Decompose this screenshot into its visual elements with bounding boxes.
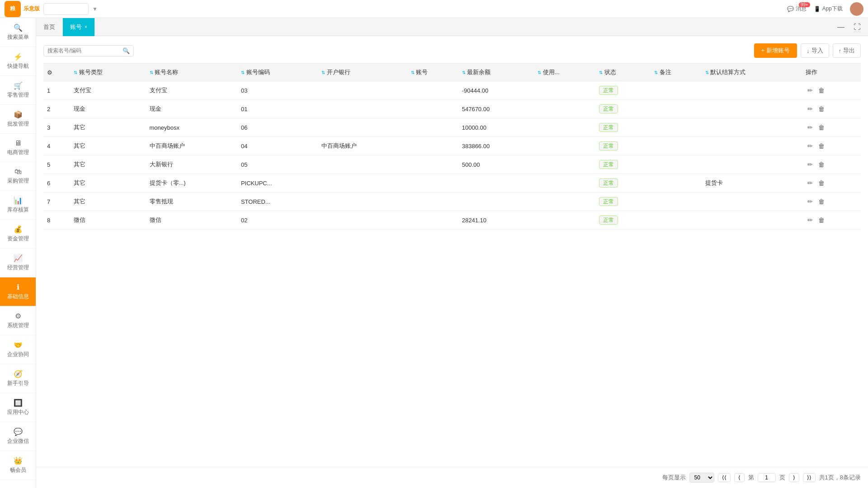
row-bank: [318, 174, 407, 192]
row-account: [407, 137, 458, 155]
sidebar-item-label: 系统管理: [2, 322, 34, 329]
edit-button[interactable]: ✏: [806, 141, 815, 150]
row-bank: 中百商场账户: [318, 137, 407, 155]
app-download-button[interactable]: 📱 App下载: [814, 5, 843, 13]
col-default-payment[interactable]: ⇅ 默认结算方式: [702, 64, 802, 81]
sidebar-item-membership[interactable]: 👑 畅会员: [0, 451, 36, 480]
row-no: 5: [43, 155, 70, 174]
quick-nav-icon: ⚡: [2, 52, 34, 61]
col-balance[interactable]: ⇅ 最新余额: [458, 64, 534, 81]
row-code: 01: [237, 100, 318, 118]
content-area: 🔍 + 新增账号 ↓ 导入 ↑ 导出: [36, 36, 868, 467]
col-usage[interactable]: ⇅ 使用...: [534, 64, 595, 81]
import-button[interactable]: ↓ 导入: [801, 43, 829, 58]
sidebar-item-finance-mgmt[interactable]: 💰 资金管理: [0, 220, 36, 249]
avatar[interactable]: [850, 2, 863, 16]
row-name: 中百商场账户: [146, 137, 237, 155]
export-icon: ↑: [839, 47, 842, 54]
delete-button[interactable]: 🗑: [816, 86, 826, 95]
row-actions: ✏ 🗑: [802, 192, 861, 211]
row-account: [407, 100, 458, 118]
purchase-icon: 🛍: [2, 168, 34, 176]
sidebar-item-ecommerce-mgmt[interactable]: 🖥 电商管理: [0, 134, 36, 162]
sidebar-item-inventory-check[interactable]: 📊 库存核算: [0, 191, 36, 220]
row-no: 8: [43, 211, 70, 230]
row-actions: ✏ 🗑: [802, 137, 861, 155]
table-row: 4 其它 中百商场账户 04 中百商场账户 383866.00 正常 ✏ 🗑: [43, 137, 861, 155]
dropdown-arrow-icon[interactable]: ▼: [92, 6, 98, 12]
row-no: 2: [43, 100, 70, 118]
export-button[interactable]: ↑ 导出: [833, 43, 861, 58]
tab-home[interactable]: 首页: [36, 18, 63, 36]
row-no: 4: [43, 137, 70, 155]
sidebar-item-app-center[interactable]: 🔲 应用中心: [0, 393, 36, 422]
top-search-input[interactable]: [43, 3, 89, 15]
col-account[interactable]: ⇅ 账号: [407, 64, 458, 81]
edit-button[interactable]: ✏: [806, 123, 815, 132]
delete-button[interactable]: 🗑: [816, 197, 826, 206]
page-next-button[interactable]: ⟩: [789, 473, 799, 482]
search-box[interactable]: 🔍: [43, 45, 134, 56]
edit-button[interactable]: ✏: [806, 86, 815, 95]
sidebar-item-search-menu[interactable]: 🔍 搜索菜单: [0, 18, 36, 47]
page-size-select[interactable]: 50 100: [689, 473, 714, 483]
edit-button[interactable]: ✏: [806, 178, 815, 188]
row-balance: -90444.00: [458, 81, 534, 100]
gear-icon: ⚙: [47, 69, 52, 76]
delete-button[interactable]: 🗑: [816, 104, 826, 113]
col-bank[interactable]: ⇅ 开户银行: [318, 64, 407, 81]
col-name[interactable]: ⇅ 账号名称: [146, 64, 237, 81]
sidebar-item-operations-mgmt[interactable]: 📈 经营管理: [0, 249, 36, 277]
col-gear[interactable]: ⚙: [43, 64, 70, 81]
sidebar-item-purchase-mgmt[interactable]: 🛍 采购管理: [0, 162, 36, 191]
delete-button[interactable]: 🗑: [816, 216, 826, 225]
row-bank: [318, 81, 407, 100]
sidebar-item-new-guide[interactable]: 🧭 新手引导: [0, 364, 36, 393]
tab-account-label: 账号: [70, 23, 82, 31]
sidebar-item-quick-nav[interactable]: ⚡ 快捷导航: [0, 47, 36, 76]
sidebar-item-basic-info[interactable]: ℹ 基础信息: [0, 277, 36, 306]
sidebar-item-retail-mgmt[interactable]: 🛒 零售管理: [0, 76, 36, 105]
col-code[interactable]: ⇅ 账号编码: [237, 64, 318, 81]
sidebar-item-label: 基础信息: [2, 293, 34, 300]
edit-button[interactable]: ✏: [806, 197, 815, 206]
row-name: 现金: [146, 100, 237, 118]
message-button[interactable]: 💬 消息 99+: [787, 5, 807, 13]
edit-button[interactable]: ✏: [806, 160, 815, 169]
page-prev-button[interactable]: ⟨: [734, 473, 745, 482]
row-actions: ✏ 🗑: [802, 118, 861, 137]
tab-close-icon[interactable]: ×: [85, 24, 87, 29]
sidebar-item-wholesale-mgmt[interactable]: 📦 批发管理: [0, 105, 36, 134]
sidebar-item-label: 快捷导航: [2, 62, 34, 70]
tab-minimize-button[interactable]: —: [834, 21, 848, 33]
sidebar-item-label: 新手引导: [2, 380, 34, 387]
tab-maximize-button[interactable]: ⛶: [850, 21, 864, 33]
sidebar-item-label: 畅会员: [2, 466, 34, 474]
page-last-button[interactable]: ⟩⟩: [803, 473, 816, 482]
delete-button[interactable]: 🗑: [816, 123, 826, 132]
col-remark[interactable]: ⇅ 备注: [651, 64, 702, 81]
message-icon: 💬: [787, 6, 794, 12]
sidebar-item-enterprise-agreement[interactable]: 🤝 企业协同: [0, 335, 36, 364]
button-group: + 新增账号 ↓ 导入 ↑ 导出: [754, 43, 861, 58]
row-code: 05: [237, 155, 318, 174]
col-status[interactable]: ⇅ 状态: [595, 64, 651, 81]
col-type[interactable]: ⇅ 账号类型: [70, 64, 146, 81]
search-input[interactable]: [47, 47, 120, 54]
sidebar-item-enterprise-wechat[interactable]: 💬 企业微信: [0, 422, 36, 451]
delete-button[interactable]: 🗑: [816, 141, 826, 150]
export-label: 导出: [843, 47, 855, 55]
page-first-button[interactable]: ⟨⟨: [718, 473, 731, 482]
page-input[interactable]: [758, 473, 776, 482]
edit-button[interactable]: ✏: [806, 216, 815, 225]
finance-icon: 💰: [2, 225, 34, 234]
search-menu-icon: 🔍: [2, 23, 34, 32]
import-label: 导入: [811, 47, 823, 55]
delete-button[interactable]: 🗑: [816, 178, 826, 188]
row-bank: [318, 118, 407, 137]
tab-account[interactable]: 账号 ×: [63, 18, 95, 36]
add-account-button[interactable]: + 新增账号: [754, 43, 797, 58]
delete-button[interactable]: 🗑: [816, 160, 826, 169]
sidebar-item-system-mgmt[interactable]: ⚙ 系统管理: [0, 306, 36, 335]
edit-button[interactable]: ✏: [806, 104, 815, 113]
